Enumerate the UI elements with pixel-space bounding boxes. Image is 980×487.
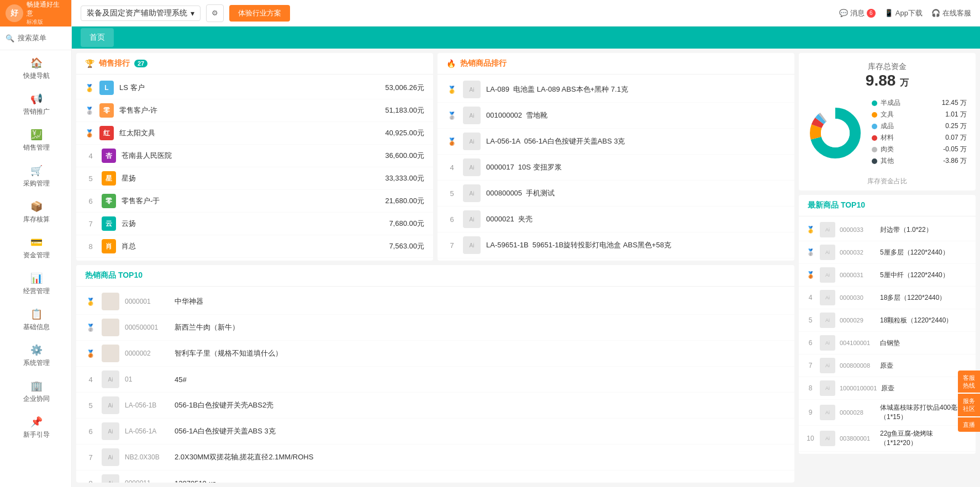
floating-btn-2[interactable]: 直播 (958, 417, 980, 432)
search-label: 搜索菜单 (18, 33, 46, 43)
product-img-placeholder: Ai (820, 267, 835, 283)
floating-btn-1[interactable]: 服务社区 (958, 394, 980, 416)
floating-btn-0[interactable]: 客服热线 (958, 370, 980, 393)
rank-number: 4 (805, 294, 815, 301)
rank-number: 8 (85, 242, 96, 251)
product-img-placeholder: Ai (102, 396, 119, 414)
newest-products-list: 🥇 Ai 0000033 封边带（1.0*22） 🥈 Ai 0000032 5厘… (799, 216, 976, 454)
legend-item: 肉类 -0.05 万 (872, 145, 967, 154)
product-img-placeholder: Ai (102, 474, 119, 483)
legend-value: 0.07 万 (945, 133, 967, 142)
legend-color (872, 112, 877, 118)
product-img-placeholder: Ai (820, 335, 835, 351)
hot-rank-item: 🥈 Ai 001000002 雪地靴 (438, 103, 794, 129)
product-name: 智利车子里（规格不知道填什么） (175, 348, 786, 358)
rank-number: 5 (805, 316, 815, 324)
logo-icon: 好 (6, 4, 23, 22)
nav-item-home[interactable]: 首页 (81, 28, 114, 47)
operation-icon: 📊 (30, 272, 43, 284)
hot-item: 🥉 0000002 智利车子里（规格不知道填什么） (76, 341, 794, 367)
legend-color (872, 124, 877, 129)
rank-number: 6 (805, 339, 815, 347)
hot-products-rank-card: 🔥 热销商品排行 🥇 Ai LA-089 电池盖 LA-089 ABS本色+黑种… (438, 53, 794, 261)
medal-icon: 🥇 (85, 84, 94, 92)
marketing-icon: 📢 (30, 93, 43, 105)
rank-item: 🥈 零 零售客户-许 51,183.00元 (76, 99, 433, 122)
rank-amount: 51,183.00元 (385, 105, 424, 115)
trophy-icon: 🏆 (85, 59, 94, 68)
product-name: 封边带（1.0*22） (880, 225, 969, 235)
message-label: 消息 (850, 8, 865, 18)
rank-avatar: 云 (102, 216, 116, 231)
sales-label: 销售管理 (23, 143, 50, 152)
rank-avatar: 零 (102, 194, 116, 208)
base-label: 基础信息 (23, 322, 50, 332)
legend-label: 材料 (881, 133, 942, 142)
rank-number: 4 (85, 152, 96, 160)
rank-item: 8 肖 肖总 7,563.00元 (76, 235, 433, 258)
legend-item: 文具 1.01 万 (872, 110, 967, 119)
product-code-name: LA-056-1A 056-1A白色按键开关盖ABS 3克 (486, 136, 786, 146)
sidebar-item-sales[interactable]: 💹 销售管理 (0, 122, 71, 158)
rank-avatar: 星 (102, 171, 116, 186)
rank-number: 9 (805, 409, 815, 416)
sidebar-item-company[interactable]: 🏢 企业协同 (0, 373, 71, 409)
top-section: 🏆 销售排行 27 🥇 L LS 客户 53,006.26元 🥈 零 零售客户-… (76, 53, 794, 261)
trial-button[interactable]: 体验行业方案 (229, 5, 290, 22)
product-name: 12070519-xs (175, 479, 786, 483)
company-label: 企业协同 (23, 394, 50, 404)
legend-color (872, 135, 877, 141)
settings-button[interactable]: ⚙ (206, 4, 224, 22)
product-code: 0000030 (840, 294, 876, 301)
rank-avatar: 红 (99, 126, 114, 140)
rank-name: 零售客户-于 (122, 196, 380, 206)
phone-icon: 📱 (884, 9, 893, 17)
sidebar-item-finance[interactable]: 💳 资金管理 (0, 230, 71, 266)
rank-number: 🥈 (85, 324, 96, 332)
app-download-action[interactable]: 📱 App下载 (884, 8, 923, 18)
sidebar-item-quick[interactable]: 🏠 快捷导航 (0, 50, 71, 86)
hot-item: 🥇 0000001 中华神器 (76, 289, 794, 315)
product-name: 5厘中纤（1220*2440） (880, 271, 969, 280)
hot-rank-item: 4 Ai 0000017 10S 变扭罗浆 (438, 155, 794, 181)
hot-products-card: 热销商品 TOP10 🥇 0000001 中华神器 🥈 000500001 新西… (76, 265, 794, 483)
online-service-action[interactable]: 🎧 在线客服 (931, 8, 971, 18)
rank-amount: 7,563.00元 (389, 241, 424, 251)
rank-name: 云扬 (122, 219, 383, 229)
sidebar-item-stock[interactable]: 📦 库存核算 (0, 194, 71, 230)
floating-service-btns: 客服热线服务社区直播 (958, 370, 980, 432)
guide-icon: 📌 (30, 416, 43, 428)
product-code: 0000002 (125, 350, 169, 357)
sidebar-item-marketing[interactable]: 📢 营销推广 (0, 86, 71, 122)
new-product-item: 🥉 Ai 0000031 5厘中纤（1220*2440） (799, 264, 976, 287)
sidebar-nav: 🏠 快捷导航 📢 营销推广 💹 销售管理 🛒 采购管理 📦 库存核算 💳 资金管… (0, 50, 71, 487)
rank-avatar: L (99, 81, 114, 95)
message-action[interactable]: 💬 消息 6 (839, 8, 876, 18)
search-icon: 🔍 (6, 34, 14, 43)
system-name-selector[interactable]: 装备及固定资产辅助管理系统 ▾ (81, 6, 201, 21)
legend-value: 1.01 万 (945, 110, 967, 119)
sidebar-item-operation[interactable]: 📊 经营管理 (0, 266, 71, 301)
sidebar-search[interactable]: 🔍 搜索菜单 (0, 27, 71, 50)
sidebar-item-base[interactable]: 📋 基础信息 (0, 301, 71, 337)
newest-products-card: 最新商品 TOP10 🥇 Ai 0000033 封边带（1.0*22） 🥈 Ai… (799, 195, 976, 454)
product-code: 003800001 (840, 435, 876, 442)
rank-amount: 53,006.26元 (385, 83, 424, 93)
sales-icon: 💹 (30, 129, 43, 141)
sidebar-item-purchase[interactable]: 🛒 采购管理 (0, 158, 71, 194)
sidebar-item-guide[interactable]: 📌 新手引导 (0, 409, 71, 445)
product-img-placeholder: Ai (102, 448, 119, 466)
rank-avatar: 杏 (102, 149, 116, 163)
quick-icon: 🏠 (30, 57, 43, 69)
sales-ranking-title: 销售排行 (99, 59, 130, 68)
new-product-item: 🥇 Ai 0000033 封边带（1.0*22） (799, 219, 976, 241)
newest-products-header: 最新商品 TOP10 (799, 195, 976, 216)
hot-rank-item: 🥉 Ai LA-056-1A 056-1A白色按键开关盖ABS 3克 (438, 129, 794, 155)
base-icon: 📋 (30, 308, 43, 320)
sidebar-item-system[interactable]: ⚙️ 系统管理 (0, 337, 71, 373)
hot-item: 5 Ai LA-056-1B 056-1B白色按键开关壳ABS2壳 (76, 393, 794, 419)
search-menu-btn[interactable]: 🔍 搜索菜单 (6, 31, 66, 45)
product-img: Ai (463, 236, 481, 254)
stock-label: 库存核算 (23, 215, 50, 224)
product-code: 0000011 (125, 479, 169, 483)
